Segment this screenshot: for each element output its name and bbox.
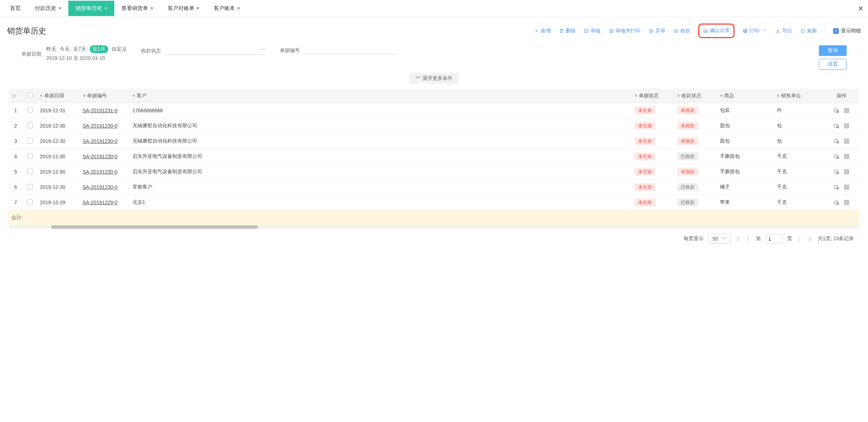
next-page-button[interactable]: ⟩	[797, 236, 802, 242]
view-icon[interactable]	[834, 169, 840, 175]
more-icon[interactable]	[844, 184, 849, 190]
confirm-out-button[interactable]: 确认出库	[703, 27, 730, 34]
add-button[interactable]: ＋新增	[534, 28, 551, 34]
close-icon[interactable]: ×	[150, 5, 153, 11]
horizontal-scrollbar[interactable]	[9, 225, 859, 229]
print-button[interactable]: 打印﹀	[742, 28, 767, 34]
row-unit: 千克	[774, 195, 824, 210]
row-checkbox[interactable]	[23, 134, 37, 149]
show-detail-toggle[interactable]: ✓显示明细	[833, 28, 861, 34]
view-icon[interactable]	[834, 123, 840, 129]
row-paystatus: 已收款	[674, 195, 717, 210]
doc-no-input[interactable]	[305, 45, 397, 54]
date-range-display: 2019-12-10 至 2020-01-10	[46, 55, 127, 62]
export-button[interactable]: 导出	[775, 28, 792, 34]
row-product: 手撕面包	[717, 149, 774, 164]
close-icon[interactable]: ×	[104, 5, 107, 11]
row-docno[interactable]: SA-20191229-0	[80, 195, 130, 210]
row-checkbox[interactable]	[23, 118, 37, 134]
tab-payment-history[interactable]: 付款历史×	[28, 1, 68, 16]
row-checkbox[interactable]	[23, 149, 37, 164]
more-icon[interactable]	[844, 154, 849, 159]
svg-rect-50	[847, 203, 849, 205]
col-customer[interactable]: ▲▼客户	[130, 89, 632, 103]
per-page-label: 每页显示	[684, 236, 704, 242]
row-docno[interactable]: SA-20191230-0	[80, 149, 130, 164]
row-docno[interactable]: SA-20191230-0	[80, 164, 130, 180]
view-icon[interactable]	[834, 108, 840, 113]
settings-button[interactable]: 设置	[819, 59, 847, 70]
view-icon[interactable]	[834, 138, 840, 144]
scrollbar-thumb[interactable]	[51, 225, 258, 229]
more-icon[interactable]	[844, 169, 849, 175]
date-yesterday[interactable]: 昨天	[46, 46, 56, 52]
tab-home[interactable]: 首页	[3, 1, 28, 16]
row-docno[interactable]: SA-20191230-0	[80, 118, 130, 134]
view-icon[interactable]	[834, 200, 840, 205]
row-checkbox[interactable]	[23, 164, 37, 180]
expand-conditions-button[interactable]: ︾展开更多条件	[409, 73, 459, 84]
tab-customer-statement[interactable]: 客户对账单×	[161, 1, 206, 16]
close-icon[interactable]: ×	[197, 5, 199, 11]
col-unit[interactable]: ▲▼销售单位	[774, 89, 824, 103]
audit-print-button[interactable]: 审核并打印	[608, 28, 640, 34]
svg-rect-49	[845, 203, 846, 205]
col-settings[interactable]	[9, 89, 23, 103]
tab-view-sales[interactable]: 查看销货单×	[114, 1, 160, 16]
row-docno[interactable]: SA-20191230-0	[80, 180, 130, 195]
pager-summary: 共1页, 13条记录	[818, 236, 854, 242]
row-date: 2019-12-30	[37, 134, 80, 149]
view-icon[interactable]	[834, 154, 840, 159]
more-icon[interactable]	[844, 108, 849, 113]
close-icon[interactable]: ×	[237, 5, 240, 11]
col-date[interactable]: ▲▼单据日期	[37, 89, 80, 103]
query-button[interactable]: 查询	[819, 45, 847, 56]
per-page-select[interactable]: 50﹀	[708, 234, 731, 244]
row-paystatus: 未收款	[674, 134, 717, 149]
svg-rect-25	[845, 141, 846, 143]
pay-status-select[interactable]: ﹀	[166, 45, 266, 55]
more-icon[interactable]	[844, 123, 849, 129]
audit-button[interactable]: 审核	[584, 28, 601, 34]
prev-page-button[interactable]: ⟨	[746, 236, 751, 242]
first-page-button[interactable]: |⟨	[736, 236, 742, 242]
row-checkbox[interactable]	[23, 195, 37, 210]
row-customer: 北京1	[130, 195, 632, 210]
svg-rect-48	[847, 200, 849, 202]
col-docno[interactable]: ▲▼单据编号	[80, 89, 130, 103]
row-checkbox[interactable]	[23, 180, 37, 195]
delete-button[interactable]: 删除	[559, 28, 576, 34]
svg-rect-44	[847, 187, 849, 189]
row-docno[interactable]: SA-20191231-0	[80, 103, 130, 118]
date-custom[interactable]: 自定义	[112, 46, 127, 52]
refresh-button[interactable]: 刷新	[800, 28, 817, 34]
unaudit-button[interactable]: 弃审	[648, 28, 665, 34]
svg-point-8	[13, 95, 15, 97]
date-last7[interactable]: 近7天	[73, 46, 86, 52]
close-icon[interactable]: ×	[58, 5, 61, 11]
date-last-month[interactable]: 近1月	[90, 45, 108, 53]
row-docstatus: 未生效	[632, 118, 674, 134]
tab-sales-history[interactable]: 销货单历史×	[68, 1, 114, 16]
more-icon[interactable]	[844, 138, 849, 144]
col-docstatus[interactable]: ▲▼单据状态	[632, 89, 674, 103]
confirm-out-highlight: 确认出库	[698, 24, 734, 38]
col-checkbox[interactable]	[23, 89, 37, 103]
chevron-down-icon: ﹀	[762, 28, 767, 34]
svg-rect-19	[845, 126, 846, 128]
view-icon[interactable]	[834, 184, 840, 190]
row-index: 5	[9, 164, 23, 180]
row-checkbox[interactable]	[23, 103, 37, 118]
date-today[interactable]: 今天	[60, 46, 70, 52]
last-page-button[interactable]: ⟩|	[807, 236, 813, 242]
col-product[interactable]: ▲▼商品	[717, 89, 774, 103]
receipt-button[interactable]: 收款	[673, 28, 690, 34]
row-docno[interactable]: SA-20191230-0	[80, 134, 130, 149]
row-actions	[824, 134, 859, 149]
close-all-icon[interactable]: ✕	[858, 4, 864, 13]
col-paystatus[interactable]: ▲▼收款状态	[674, 89, 717, 103]
more-icon[interactable]	[844, 200, 849, 205]
page-input[interactable]	[766, 235, 782, 243]
tab-customer-ledger[interactable]: 客户账本×	[206, 1, 247, 16]
row-date: 2019-12-30	[37, 118, 80, 134]
